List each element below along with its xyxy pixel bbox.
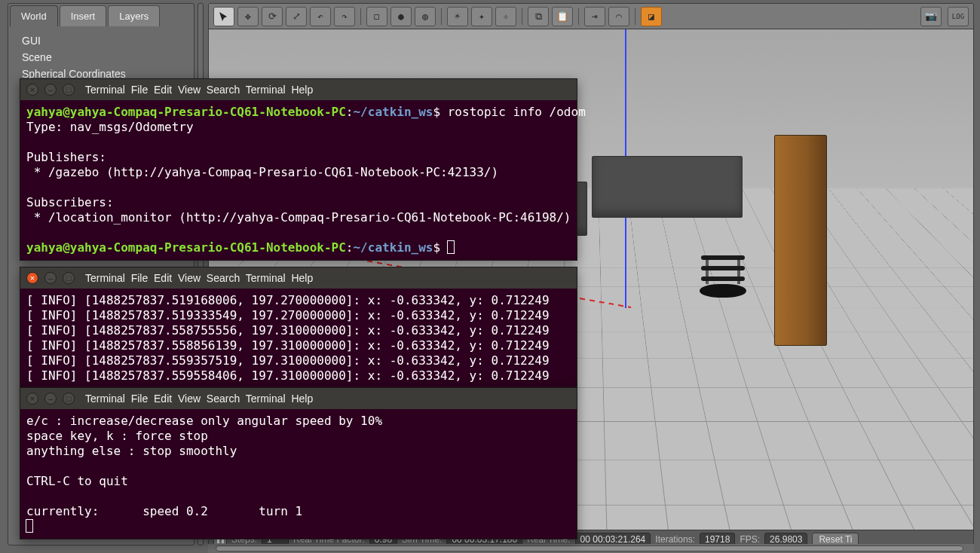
tab-world[interactable]: World [10,5,58,26]
menu-view[interactable]: View [178,272,201,284]
prompt-user: yahya@yahya-Compaq-Presario-CQ61-Noteboo… [26,240,346,255]
maximize-icon[interactable]: □ [63,84,75,96]
titlebar[interactable]: × – □ Terminal File Edit View Search Ter… [20,388,577,409]
side-panel-tabs: World Insert Layers [8,4,194,26]
tool-spot[interactable]: ✦ [471,7,492,26]
help-line: CTRL-C to quit [26,474,128,488]
menu-edit[interactable]: Edit [154,272,172,284]
help-line: space key, k : force stop [26,429,208,443]
menu-edit[interactable]: Edit [154,393,172,405]
scrollbar-thumb[interactable] [216,545,963,551]
tool-cylinder[interactable]: ◍ [415,7,436,26]
minimize-icon[interactable]: – [44,272,57,284]
maximize-icon[interactable]: □ [63,393,75,405]
terminal-menubar: Terminal File Edit View Search Terminal … [85,84,313,96]
cmd-text: rostopic info /odom [448,105,586,119]
menu-search[interactable]: Search [207,84,240,96]
camera-icon[interactable]: 📷 [920,7,942,26]
help-line: anything else : stop smoothly [26,444,237,458]
menu-view[interactable]: View [178,393,201,405]
log-line: [ INFO] [1488257837.559357519, 197.31000… [26,353,550,368]
tree-item-gui[interactable]: GUI [22,32,189,49]
tool-redo[interactable]: ↷ [334,7,355,26]
titlebar[interactable]: × – □ Terminal File Edit View Search Ter… [20,79,577,100]
terminal-body[interactable]: [ INFO] [1488257837.519168006, 197.27000… [20,289,577,388]
toolbar-sep [578,8,579,25]
log-icon[interactable]: LOG [948,7,969,26]
menu-help[interactable]: Help [291,393,313,405]
out-pub-hdr: Publishers: [26,150,106,164]
jersey-barrier-1[interactable] [592,156,743,218]
viewport-toolbar: ✥ ⟳ ⤢ ↶ ↷ ◻ ● ◍ ☀ ✦ ✧ ⧉ 📋 ⇥ ⌒ ◪ 📷 LOG [209,4,973,29]
tool-undo[interactable]: ↶ [310,7,331,26]
prompt-path: ~/catkin_ws [353,105,433,119]
minimize-icon[interactable]: – [44,393,57,405]
tool-sun[interactable]: ☀ [447,7,468,26]
terminal-body[interactable]: yahya@yahya-Compaq-Presario-CQ61-Noteboo… [20,100,577,260]
help-line: e/c : increase/decrease only angular spe… [26,414,382,428]
turtlebot-model[interactable] [695,237,751,298]
out-pub: * /gazebo (http://yahya-Compaq-Presario-… [26,165,498,179]
prompt-dollar: $ [433,105,440,119]
tree-item-scene[interactable]: Scene [22,49,189,66]
tool-scale[interactable]: ⤢ [286,7,307,26]
terminal-body[interactable]: e/c : increase/decrease only angular spe… [20,409,577,539]
status-line: currently: speed 0.2 turn 1 [26,504,302,518]
close-icon[interactable]: × [26,393,38,405]
close-icon[interactable]: × [26,84,38,96]
text-cursor [26,520,32,532]
close-icon[interactable]: × [26,272,38,284]
menu-terminal2[interactable]: Terminal [246,393,286,405]
menu-file[interactable]: File [131,393,149,405]
menu-search[interactable]: Search [207,393,240,405]
tab-layers[interactable]: Layers [108,5,160,26]
menu-terminal[interactable]: Terminal [85,393,125,405]
menu-view[interactable]: View [178,84,201,96]
bottom-scrollbar[interactable] [208,544,974,553]
tool-snap[interactable]: ⌒ [608,7,629,26]
terminal-location-monitor: × – □ Terminal File Edit View Search Ter… [20,267,577,389]
log-line: [ INFO] [1488257837.519333549, 197.27000… [26,308,550,322]
prompt-path: ~/catkin_ws [353,240,433,255]
toolbar-sep [522,8,522,25]
tool-move[interactable]: ✥ [237,7,259,26]
maximize-icon[interactable]: □ [63,272,75,284]
menu-edit[interactable]: Edit [154,84,172,96]
tool-rotate[interactable]: ⟳ [262,7,283,26]
tool-align[interactable]: ⇥ [584,7,605,26]
toolbar-sep [360,8,361,25]
tool-copy[interactable]: ⧉ [528,7,549,26]
tab-insert[interactable]: Insert [60,5,107,26]
menu-help[interactable]: Help [291,272,313,284]
tool-highlight[interactable]: ◪ [641,7,662,26]
menu-terminal2[interactable]: Terminal [246,84,286,96]
menu-help[interactable]: Help [291,84,313,96]
tool-point[interactable]: ✧ [495,7,516,26]
iter-label: Iterations: [655,534,695,545]
menu-file[interactable]: File [131,84,149,96]
log-line: [ INFO] [1488257837.559558406, 197.31000… [26,368,550,383]
tool-cube[interactable]: ◻ [366,7,387,26]
tool-sphere[interactable]: ● [390,7,412,26]
log-line: [ INFO] [1488257837.558856139, 197.31000… [26,338,550,353]
text-cursor [448,241,454,253]
tool-paste[interactable]: 📋 [552,7,573,26]
menu-terminal2[interactable]: Terminal [246,272,286,284]
out-sub: * /location_monitor (http://yahya-Compaq… [26,210,571,225]
menu-terminal[interactable]: Terminal [85,272,125,284]
prompt-user: yahya@yahya-Compaq-Presario-CQ61-Noteboo… [26,105,346,119]
out-type: Type: nav_msgs/Odometry [26,120,194,134]
terminal-teleop: × – □ Terminal File Edit View Search Ter… [20,387,577,539]
menu-file[interactable]: File [131,272,149,284]
titlebar[interactable]: × – □ Terminal File Edit View Search Ter… [20,267,577,289]
terminal-menubar: Terminal File Edit View Search Terminal … [85,393,313,405]
terminal-menubar: Terminal File Edit View Search Terminal … [85,272,313,284]
minimize-icon[interactable]: – [44,84,57,96]
menu-search[interactable]: Search [207,272,240,284]
cabinet-model[interactable] [774,135,827,346]
fps-label: FPS: [740,534,760,545]
toolbar-sep [635,8,635,25]
menu-terminal[interactable]: Terminal [85,84,125,96]
terminal-rostopic: × – □ Terminal File Edit View Search Ter… [20,78,577,261]
tool-pointer[interactable] [213,7,234,26]
